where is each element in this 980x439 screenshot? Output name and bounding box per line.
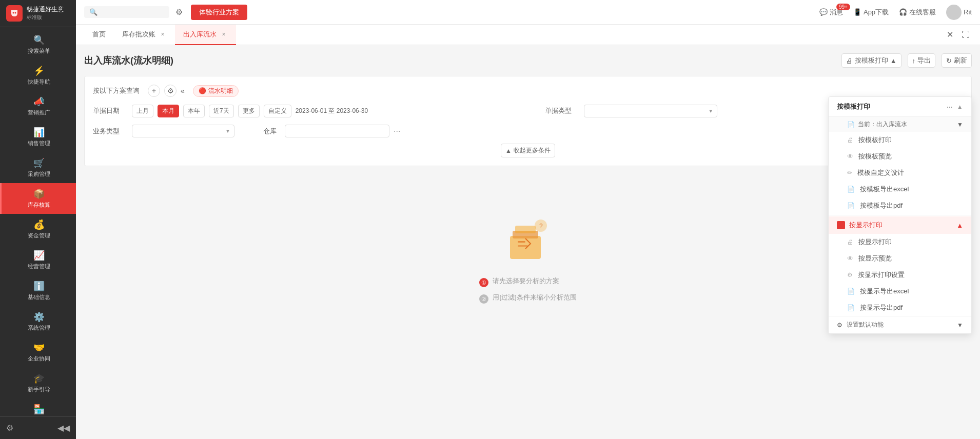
sidebar-item-label-purchase: 采购管理	[28, 170, 50, 178]
refresh-btn[interactable]: ↻ 刷新	[942, 53, 972, 68]
sidebar-item-guide[interactable]: 🎓 新手引导	[0, 368, 76, 398]
tab-inventory-batch[interactable]: 库存批次账 ×	[114, 25, 175, 45]
sidebar-item-system[interactable]: ⚙️ 系统管理	[0, 306, 76, 337]
sidebar-item-label-guide: 新手引导	[28, 386, 50, 393]
dots-icon[interactable]: ···	[947, 103, 952, 111]
dropdown-item-template-export-pdf[interactable]: 📄 按模板导出pdf	[829, 197, 971, 214]
dropdown-item-display-print[interactable]: 🖨 按显示打印	[829, 234, 971, 250]
app-download-btn[interactable]: 📱 App下载	[853, 8, 889, 17]
dropdown-item-display-print-settings[interactable]: ⚙ 按显示打印设置	[829, 267, 971, 283]
doc-type-dropdown[interactable]	[584, 105, 717, 117]
app-name: 畅捷通好生意	[27, 6, 64, 14]
sidebar-item-basic-info[interactable]: ℹ️ 基础信息	[0, 275, 76, 306]
warehouse-input[interactable]	[285, 125, 389, 137]
basic-info-icon: ℹ️	[33, 281, 45, 292]
settings-icon[interactable]: ⚙	[6, 423, 13, 433]
operation-icon: 📈	[33, 250, 45, 261]
sidebar-item-enterprise[interactable]: 🤝 企业协同	[0, 337, 76, 368]
sidebar-item-sales[interactable]: 📊 销售管理	[0, 122, 76, 152]
doc-type-select[interactable]: ▼	[584, 105, 717, 117]
tab-home[interactable]: 首页	[84, 25, 114, 45]
sales-icon: 📊	[33, 127, 45, 138]
chevron-up-icon: ▲	[890, 57, 897, 65]
sidebar-item-finance[interactable]: 💰 资金管理	[0, 214, 76, 245]
industry-btn[interactable]: 体验行业方案	[191, 5, 247, 20]
dropdown-item-display-preview[interactable]: 👁 按显示预览	[829, 250, 971, 267]
date-btn-last-month[interactable]: 上月	[132, 105, 153, 117]
dropdown-item-template-export-excel[interactable]: 📄 按模板导出excel	[829, 181, 971, 197]
dropdown-item-display-export-pdf[interactable]: 📄 按显示导出pdf	[829, 300, 971, 316]
svg-point-0	[13, 12, 14, 14]
tag-icon: 🔴	[199, 87, 206, 94]
tab-inout-flow[interactable]: 出入库流水 ×	[175, 25, 236, 45]
topbar: 🔍 ⚙ 体验行业方案 💬 消息 99+ 📱 App下载 🎧 在线客服 R	[76, 0, 980, 25]
settings-icon[interactable]: ⚙	[175, 7, 183, 17]
chevron-up-dropdown[interactable]: ▲	[956, 103, 963, 111]
sidebar-item-label-search: 搜索菜单	[28, 47, 50, 55]
date-btn-7days[interactable]: 近7天	[209, 105, 234, 117]
sidebar-item-marketing[interactable]: 📣 营销推广	[0, 91, 76, 122]
display-print-section[interactable]: 按显示打印 ▲	[829, 216, 971, 234]
sidebar-item-label-basic-info: 基础信息	[28, 293, 50, 301]
excel-icon: 📄	[847, 186, 855, 193]
dropdown-title: 按模板打印	[837, 102, 870, 111]
sidebar: 畅捷通好生意 标准版 🔍 搜索菜单 ⚡ 快捷导航 📣 营销推广 📊 销售管理 🛒…	[0, 0, 76, 439]
collapse-sidebar-icon[interactable]: ◀◀	[57, 423, 70, 433]
sidebar-item-label-enterprise: 企业协同	[28, 355, 50, 363]
svg-rect-6	[518, 245, 528, 247]
tab-inventory-batch-close[interactable]: ×	[159, 30, 167, 38]
warehouse-more-btn[interactable]: ···	[394, 127, 400, 136]
dropdown-item-template-preview[interactable]: 👁 按模板预览	[829, 148, 971, 165]
empty-hint2: ② 用[过滤]条件来缩小分析范围	[479, 293, 576, 305]
date-btn-more[interactable]: 更多	[238, 105, 260, 117]
customer-service-btn[interactable]: 🎧 在线客服	[899, 8, 936, 17]
warehouse-filter: ···	[285, 125, 400, 137]
search-box[interactable]: 🔍	[84, 6, 169, 18]
display-section-collapse[interactable]: ▲	[956, 222, 963, 229]
user-avatar-btn[interactable]: Rit	[946, 5, 972, 20]
inventory-icon: 📦	[33, 188, 45, 199]
dropdown-footer[interactable]: ⚙ 设置默认功能 ▼	[829, 316, 971, 333]
search-icon: 🔍	[33, 34, 45, 46]
biz-type-dropdown[interactable]	[132, 125, 234, 137]
svg-text:?: ?	[539, 223, 543, 230]
finance-icon: 💰	[33, 219, 45, 230]
sidebar-item-search[interactable]: 🔍 搜索菜单	[0, 29, 76, 60]
sidebar-item-operation[interactable]: 📈 经营管理	[0, 245, 76, 275]
export-btn[interactable]: ↑ 导出	[908, 53, 936, 68]
sidebar-item-label-system: 系统管理	[28, 324, 50, 332]
sidebar-item-purchase[interactable]: 🛒 采购管理	[0, 152, 76, 183]
date-btn-this-month[interactable]: 本月	[158, 105, 179, 117]
close-all-tabs-btn[interactable]: ✕	[945, 28, 955, 42]
print-btn[interactable]: 🖨 按模板打印 ▲	[841, 53, 901, 68]
collapse-more-btn[interactable]: ▲ 收起更多条件	[501, 144, 555, 157]
active-filter-tag[interactable]: 🔴 流水明细	[193, 85, 239, 97]
dropdown-item-template-custom[interactable]: ✏ 模板自定义设计	[829, 165, 971, 181]
dropdown-item-display-export-excel[interactable]: 📄 按显示导出excel	[829, 283, 971, 300]
sidebar-item-quick-nav[interactable]: ⚡ 快捷导航	[0, 60, 76, 91]
expand-tabs-btn[interactable]: ⛶	[959, 28, 972, 42]
message-icon: 💬	[819, 8, 828, 16]
system-icon: ⚙️	[33, 311, 45, 323]
dropdown-item-template-print[interactable]: 🖨 按模板打印	[829, 132, 971, 148]
search-input[interactable]	[97, 8, 164, 16]
tab-inout-flow-close[interactable]: ×	[220, 30, 228, 38]
svg-rect-4	[515, 226, 536, 233]
filter-settings-btn[interactable]: ⚙	[164, 85, 177, 97]
empty-hint1: ① 请先选择要分析的方案	[479, 276, 559, 289]
quick-nav-icon: ⚡	[33, 65, 45, 76]
biz-type-select[interactable]: ▼	[132, 125, 234, 137]
date-btn-custom[interactable]: 自定义	[264, 105, 291, 117]
tag-label: 流水明细	[208, 87, 233, 95]
collapse-btn[interactable]: «	[181, 87, 185, 95]
current-arrow: ▼	[957, 121, 963, 128]
sidebar-item-app-center[interactable]: 🏪 应用中心	[0, 398, 76, 416]
add-filter-btn[interactable]: ＋	[148, 85, 160, 97]
sidebar-item-inventory[interactable]: 📦 库存核算	[0, 183, 76, 214]
empty-icon-svg: ?	[497, 205, 559, 267]
svg-rect-5	[518, 241, 525, 243]
main-area: 🔍 ⚙ 体验行业方案 💬 消息 99+ 📱 App下载 🎧 在线客服 R	[76, 0, 980, 439]
guide-icon: 🎓	[33, 373, 45, 384]
date-btn-this-year[interactable]: 本年	[183, 105, 205, 117]
messages-btn[interactable]: 💬 消息 99+	[819, 8, 843, 17]
